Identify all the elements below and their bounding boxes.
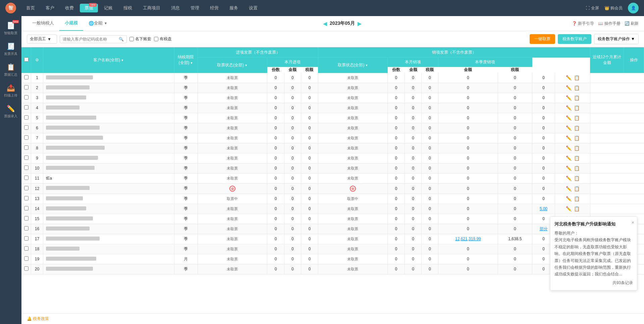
- fullscreen-btn[interactable]: ⛶ 全屏: [586, 5, 599, 11]
- row-checkbox[interactable]: [24, 105, 29, 110]
- digital-account-op-btn[interactable]: 税务数字账户操作 ▼: [594, 34, 639, 44]
- sidebar-item-summary[interactable]: 📋 票据汇总: [1, 60, 20, 80]
- row-checkbox[interactable]: [24, 236, 29, 241]
- copy-icon[interactable]: 📋: [574, 206, 580, 211]
- edit-icon[interactable]: ✏️: [566, 206, 572, 211]
- row-checkbox[interactable]: [24, 145, 29, 150]
- edit-icon[interactable]: ✏️: [566, 145, 572, 151]
- row-inCount: 0: [267, 204, 284, 214]
- date-next-btn[interactable]: ▶: [358, 20, 362, 27]
- nav-client[interactable]: 客户: [41, 4, 59, 12]
- tax-policy-link[interactable]: 🔔 税务政策: [27, 316, 49, 322]
- row-checkbox[interactable]: [24, 85, 29, 89]
- refresh-btn[interactable]: 🔄 刷新: [625, 21, 639, 26]
- copy-icon[interactable]: 📋: [574, 85, 580, 90]
- checkbox-account-input[interactable]: [129, 37, 134, 41]
- date-prev-btn[interactable]: ◀: [323, 20, 327, 27]
- edit-icon[interactable]: ✏️: [566, 166, 572, 171]
- copy-icon[interactable]: 📋: [574, 135, 580, 141]
- search-icon[interactable]: 🔍: [119, 37, 124, 42]
- edit-icon[interactable]: ✏️: [566, 135, 572, 141]
- checkbox-account[interactable]: 名下账套: [129, 36, 151, 42]
- nav-message[interactable]: 消息: [166, 4, 184, 12]
- nav-tax[interactable]: 报税: [119, 4, 137, 12]
- edit-icon[interactable]: ✏️: [566, 75, 572, 80]
- quarterly-amount-link[interactable]: 12,621,319.99: [455, 237, 481, 241]
- th-checkbox[interactable]: [22, 48, 31, 73]
- copy-icon[interactable]: 📋: [574, 166, 580, 171]
- row-checkbox[interactable]: [24, 206, 29, 210]
- copy-icon[interactable]: 📋: [574, 186, 580, 191]
- copy-icon[interactable]: 📋: [574, 155, 580, 161]
- tax-period-filter[interactable]: 纳税期限(全部): [176, 54, 196, 66]
- edit-icon[interactable]: ✏️: [566, 105, 572, 111]
- tab-general-taxpayer[interactable]: 一般纳税人: [27, 16, 59, 31]
- income-error-icon[interactable]: ⊗: [229, 186, 235, 192]
- tab-small-scale[interactable]: 小规模: [59, 16, 83, 31]
- row-checkbox[interactable]: [24, 266, 29, 271]
- edit-icon[interactable]: ✏️: [566, 155, 572, 161]
- sidebar-item-open-invoice[interactable]: 🧾 发票开具: [1, 40, 20, 59]
- digital-account-btn[interactable]: 税务数字账户: [558, 34, 591, 44]
- nav-business[interactable]: 工商项目: [138, 4, 165, 12]
- checkbox-tax-disk[interactable]: 有税盘: [154, 36, 172, 42]
- row-checkbox[interactable]: [24, 216, 29, 220]
- row-checkbox[interactable]: [24, 226, 29, 231]
- cumulative-amount-link[interactable]: 部分: [540, 226, 548, 231]
- row-checkbox[interactable]: [24, 246, 29, 251]
- nav-home[interactable]: 首页: [21, 4, 40, 12]
- edit-icon[interactable]: ✏️: [566, 125, 572, 131]
- nav-operation[interactable]: 经营: [205, 4, 223, 12]
- notification-close-btn[interactable]: ×: [632, 219, 634, 226]
- copy-icon[interactable]: 📋: [574, 196, 580, 201]
- checkbox-tax-disk-input[interactable]: [154, 37, 158, 41]
- row-checkbox[interactable]: [24, 166, 29, 170]
- sidebar-item-entry[interactable]: ✏️ 票据录入: [1, 102, 20, 121]
- nav-invoice[interactable]: 票据 new: [80, 4, 98, 12]
- copy-icon[interactable]: 📋: [574, 176, 580, 181]
- copy-icon[interactable]: 📋: [574, 125, 580, 131]
- sales-status-filter[interactable]: 取票状态(全部): [338, 62, 368, 68]
- row-checkbox[interactable]: [24, 196, 29, 200]
- row-checkbox[interactable]: [24, 75, 29, 79]
- edit-icon[interactable]: ✏️: [566, 85, 572, 90]
- row-checkbox[interactable]: [24, 95, 29, 100]
- employee-select[interactable]: 全部员工 ▼: [27, 35, 57, 44]
- edit-icon[interactable]: ✏️: [566, 115, 572, 121]
- copy-icon[interactable]: 📋: [574, 95, 580, 101]
- copy-icon[interactable]: 📋: [574, 105, 580, 111]
- row-checkbox[interactable]: [24, 176, 29, 180]
- row-checkbox[interactable]: [24, 135, 29, 140]
- one-click-ticket-btn[interactable]: 一键取票: [530, 34, 555, 44]
- row-checkbox[interactable]: [24, 256, 29, 261]
- nav-fee[interactable]: 收费: [60, 4, 78, 12]
- sales-error-icon[interactable]: ⊗: [350, 186, 356, 192]
- income-status-filter[interactable]: 取票状态(全部): [217, 62, 248, 68]
- edit-icon[interactable]: ✏️: [566, 176, 572, 181]
- copy-icon[interactable]: 📋: [574, 145, 580, 151]
- nav-manage[interactable]: 管理: [186, 4, 204, 12]
- nav-service[interactable]: 服务: [225, 4, 243, 12]
- copy-icon[interactable]: 📋: [574, 75, 580, 80]
- nav-bookkeeping[interactable]: 记账: [99, 4, 117, 12]
- row-checkbox[interactable]: [24, 125, 29, 130]
- row-checkbox[interactable]: [24, 115, 29, 120]
- sidebar-item-smart-ticket[interactable]: 📄 智能取票 new: [1, 19, 20, 38]
- copy-icon[interactable]: 📋: [574, 115, 580, 121]
- edit-icon[interactable]: ✏️: [566, 186, 572, 191]
- select-all-checkbox[interactable]: [24, 57, 29, 62]
- tab-all[interactable]: 🌐 全能 ▼: [83, 16, 113, 31]
- cumulative-amount-link[interactable]: 5.00: [540, 206, 547, 211]
- row-checkbox[interactable]: [24, 186, 29, 190]
- edit-icon[interactable]: ✏️: [566, 95, 572, 101]
- client-name-filter[interactable]: 客户名称(全部): [93, 57, 124, 63]
- edit-icon[interactable]: ✏️: [566, 196, 572, 201]
- row-checkbox[interactable]: [24, 155, 29, 160]
- search-input[interactable]: [63, 37, 117, 42]
- nav-settings[interactable]: 设置: [244, 4, 262, 12]
- new-guide-btn[interactable]: ❓ 新手引导: [572, 21, 594, 26]
- user-avatar[interactable]: 👤: [628, 3, 639, 13]
- sidebar-item-scan[interactable]: 📤 扫描上传: [1, 81, 20, 101]
- manual-btn[interactable]: 📖 操作手册: [598, 21, 620, 26]
- vip-btn[interactable]: 👑 购会员: [604, 5, 623, 11]
